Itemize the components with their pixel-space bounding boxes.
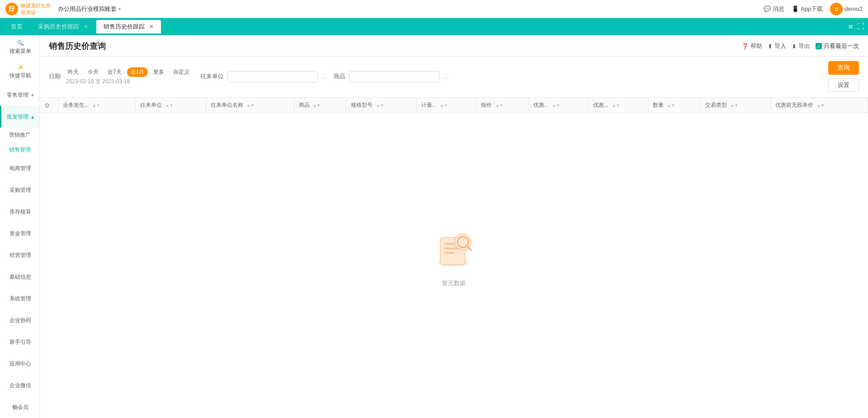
settings-button[interactable]: 设置 (828, 78, 859, 92)
search-icon: 🔍 (17, 40, 24, 46)
tab-sales-history[interactable]: 销售历史价跟踪 ✕ (96, 20, 161, 33)
th-pre-discount-price[interactable]: 优惠前无税单价 ▲▼ (771, 98, 868, 113)
partner-filter-dots[interactable]: ... (321, 73, 326, 80)
date-range-display: 2023-02-18 至 2023-03-18 (66, 78, 193, 86)
app-download-button[interactable]: 📱 App下载 (792, 5, 823, 13)
tab-purchase-close-icon[interactable]: ✕ (84, 24, 88, 30)
table-header-row: ⚙ 业务发生... ▲▼ 往来单位 ▲▼ 往来单位名称 ▲▼ (40, 98, 868, 113)
sidebar-item-system-mgmt[interactable]: 系统管理 (0, 288, 39, 309)
th-spec[interactable]: 规格型号 ▲▼ (346, 98, 416, 113)
sort-icon[interactable]: ▲▼ (92, 103, 100, 108)
import-button[interactable]: ⬆ 导入 (768, 42, 786, 50)
sidebar-item-shortcut-nav[interactable]: ⚡ 快捷导航 (0, 60, 39, 84)
th-settings: ⚙ (40, 98, 58, 113)
tab-purchase-history[interactable]: 采购历史价跟踪 ✕ (31, 20, 95, 33)
sidebar-item-purchase-mgmt[interactable]: 采购管理 (0, 179, 39, 201)
partner-filter-label: 往来单位 (200, 72, 224, 81)
table-container: ⚙ 业务发生... ▲▼ 往来单位 ▲▼ 往来单位名称 ▲▼ (40, 98, 868, 418)
sidebar-item-inventory[interactable]: 库存核算 (0, 201, 39, 223)
export-icon: ⬇ (792, 43, 797, 50)
sidebar-item-member[interactable]: 畅会员 (0, 396, 39, 418)
sort-icon[interactable]: ▲▼ (612, 103, 620, 108)
sidebar-item-search-menu[interactable]: 🔍 搜索菜单 (0, 35, 39, 60)
product-filter-label: 商品 (334, 72, 345, 81)
sort-icon[interactable]: ▲▼ (246, 103, 255, 108)
partner-filter-group: 往来单位 ... (200, 71, 326, 82)
export-button[interactable]: ⬇ 导出 (792, 42, 810, 50)
help-button[interactable]: ❓ 帮助 (741, 42, 762, 50)
import-icon: ⬆ (768, 43, 773, 50)
sidebar-item-basic-info[interactable]: 基础信息 (0, 266, 39, 288)
logo-area: 好 畅捷通好生意 标准版 (5, 2, 51, 15)
sort-icon[interactable]: ▲▼ (667, 103, 675, 108)
th-quoted-price[interactable]: 报价 ▲▼ (476, 98, 528, 113)
app-selector[interactable]: 办公用品行业模拟账套 ▾ (54, 3, 124, 15)
date-btn-today[interactable]: 今天 (84, 67, 102, 77)
empty-state: 暂元数据 (431, 228, 476, 287)
chevron-down-icon: ▾ (118, 6, 121, 11)
date-btn-more[interactable]: 更多 (150, 67, 168, 77)
date-btn-custom[interactable]: 自定义 (170, 67, 193, 77)
query-button[interactable]: 查询 (828, 61, 859, 75)
filter-bar: 日期 昨天 今天 近7天 近1月 更多 自定义 2023-02-18 至 202… (40, 57, 868, 98)
sort-icon[interactable]: ▲▼ (552, 103, 560, 108)
wholesale-chevron-icon: ▲ (30, 114, 35, 119)
sidebar-item-wholesale-mgmt[interactable]: 批发管理 ▲ (0, 106, 39, 128)
message-button[interactable]: 💬 消息 (764, 5, 784, 13)
th-partner-code[interactable]: 往来单位 ▲▼ (136, 98, 206, 113)
empty-illustration (431, 228, 476, 274)
th-unit[interactable]: 计量... ▲▼ (416, 98, 476, 113)
th-biz-date[interactable]: 业务发生... ▲▼ (58, 98, 136, 113)
data-table: ⚙ 业务发生... ▲▼ 往来单位 ▲▼ 往来单位名称 ▲▼ (40, 98, 868, 113)
gear-icon[interactable]: ⚙ (44, 102, 50, 109)
sidebar-item-enterprise-wechat[interactable]: 企业微信 (0, 375, 39, 396)
sidebar-item-new-user-guide[interactable]: 新手引导 (0, 331, 39, 353)
sidebar-item-app-center[interactable]: 应用中心 (0, 353, 39, 375)
tab-bar: 首页 采购历史价跟踪 ✕ 销售历史价跟踪 ✕ ✕ ⛶ (0, 18, 868, 35)
sidebar-item-sales-mgmt[interactable]: 销售管理 (0, 142, 39, 157)
help-icon: ❓ (741, 43, 749, 50)
th-partner-name[interactable]: 往来单位名称 ▲▼ (206, 98, 294, 113)
product-filter-input[interactable] (349, 71, 439, 82)
sort-icon[interactable]: ▲▼ (817, 103, 825, 108)
sort-icon[interactable]: ▲▼ (440, 103, 448, 108)
product-filter-group: 商品 ... (334, 71, 448, 82)
message-icon: 💬 (764, 5, 771, 12)
sidebar-item-enterprise-collab[interactable]: 企业协同 (0, 309, 39, 331)
th-quantity[interactable]: 数量 ▲▼ (648, 98, 701, 113)
th-transaction-type[interactable]: 交易类型 ▲▼ (700, 98, 770, 113)
date-btn-yesterday[interactable]: 昨天 (64, 67, 82, 77)
only-latest-checkbox-label[interactable]: ✓ 只看最后一次 (816, 42, 859, 50)
sort-icon[interactable]: ▲▼ (495, 103, 503, 108)
page-header: 销售历史价查询 ❓ 帮助 ⬆ 导入 ⬇ 导出 ✓ (40, 35, 868, 57)
tab-sales-close-icon[interactable]: ✕ (149, 24, 154, 30)
page-title: 销售历史价查询 (49, 41, 106, 52)
sort-icon[interactable]: ▲▼ (376, 103, 384, 108)
main-layout: 🔍 搜索菜单 ⚡ 快捷导航 零售管理 ▼ 批发管理 ▲ 营销推广 销售管理 电商… (0, 35, 868, 418)
th-product[interactable]: 商品 ▲▼ (294, 98, 346, 113)
date-btn-7days[interactable]: 近7天 (104, 67, 125, 77)
sidebar-item-ecommerce-mgmt[interactable]: 电商管理 (0, 157, 39, 179)
sidebar-item-operations-mgmt[interactable]: 经营管理 (0, 244, 39, 266)
sidebar-item-finance-mgmt[interactable]: 资金管理 (0, 223, 39, 244)
date-filter-group: 日期 昨天 今天 近7天 近1月 更多 自定义 2023-02-18 至 202… (49, 67, 193, 86)
product-filter-dots[interactable]: ... (443, 73, 448, 80)
only-latest-checkbox[interactable]: ✓ (816, 43, 822, 49)
date-btn-1month[interactable]: 近1月 (127, 67, 148, 77)
partner-filter-input[interactable] (227, 71, 318, 82)
empty-text: 暂元数据 (442, 279, 466, 287)
sort-icon[interactable]: ▲▼ (165, 103, 174, 108)
page-title-row: 销售历史价查询 ❓ 帮助 ⬆ 导入 ⬇ 导出 ✓ (49, 41, 859, 52)
top-bar: 好 畅捷通好生意 标准版 办公用品行业模拟账套 ▾ 💬 消息 📱 App下载 d… (0, 0, 868, 18)
maximize-icon[interactable]: ⛶ (857, 23, 864, 31)
sort-icon[interactable]: ▲▼ (730, 103, 738, 108)
th-discount1[interactable]: 优惠... ▲▼ (528, 98, 588, 113)
close-tab-icon[interactable]: ✕ (848, 23, 854, 31)
sort-icon[interactable]: ▲▼ (313, 103, 321, 108)
sidebar-item-retail-mgmt[interactable]: 零售管理 ▼ (0, 84, 39, 106)
top-bar-left: 好 畅捷通好生意 标准版 办公用品行业模拟账套 ▾ (5, 2, 124, 15)
tab-home[interactable]: 首页 (4, 20, 30, 33)
th-discount2[interactable]: 优惠... ▲▼ (588, 98, 648, 113)
sidebar-item-marketing[interactable]: 营销推广 (0, 128, 39, 142)
user-profile[interactable]: d demo2 (830, 3, 863, 15)
